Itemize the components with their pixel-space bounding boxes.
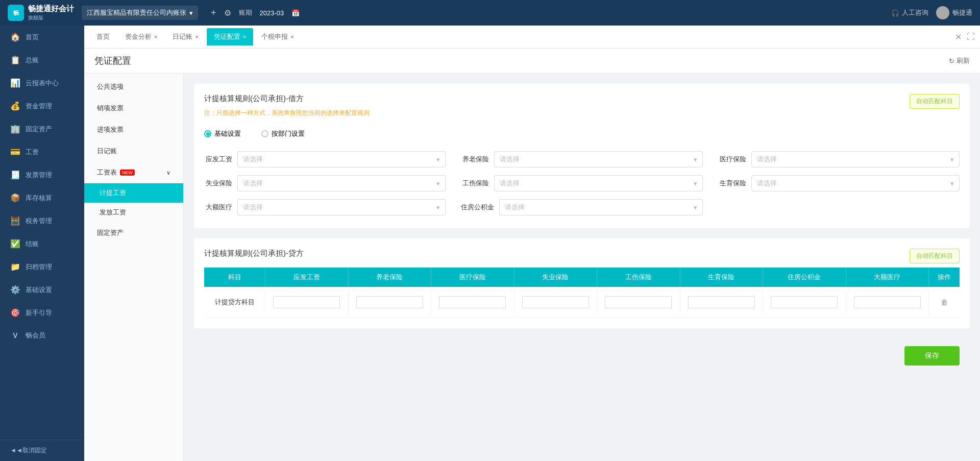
radio-basic-label: 基础设置 — [214, 129, 241, 138]
sidebar-label-assets: 固定资产 — [26, 125, 52, 134]
sidebar-item-finance[interactable]: 💰 资金管理 — [0, 94, 84, 117]
sidebar-item-archive[interactable]: 📁 归档管理 — [0, 255, 84, 278]
sidebar-item-assets[interactable]: 🏢 固定资产 — [0, 117, 84, 140]
cancel-fixed-button[interactable]: ◄◄取消固定 — [0, 440, 84, 461]
credit-table: 科目 应发工资 养老保险 医疗保险 失业保险 工伤保险 生育保险 住房公积金 大… — [204, 268, 960, 318]
sidebar-label-finance: 资金管理 — [26, 102, 52, 111]
service-button[interactable]: 🎧 人工咨询 — [891, 8, 928, 17]
form-row-gongjijin: 住房公积金 请选择 ▾ — [461, 199, 702, 215]
chevron-shengyu-icon: ▾ — [950, 180, 954, 187]
user-name: 畅捷通 — [952, 8, 972, 17]
sidebar-label-vip: 畅会员 — [26, 331, 45, 340]
sidebar-label-tax: 税务管理 — [26, 216, 52, 226]
topbar-middle: + ⚙ 账期 2023-03 📅 — [211, 8, 884, 18]
td-shiye-input — [514, 291, 598, 313]
form-row-daeyiliao: 大额医疗 请选择 ▾ — [204, 199, 446, 215]
sidebar-item-reports[interactable]: 📊 云报表中心 — [0, 71, 84, 94]
close-icon[interactable]: ✕ — [955, 32, 962, 42]
input-yingfa[interactable] — [273, 296, 340, 308]
select-daeyiliao[interactable]: 请选择 ▾ — [237, 199, 446, 215]
debit-section-top: 计提核算规则(公司承担)-借方 注：只能选择一种方式，系统将按照您当前的选择来配… — [204, 94, 960, 125]
input-yanglao[interactable] — [356, 296, 423, 308]
sidebar-item-vip[interactable]: V 畅会员 — [0, 324, 84, 347]
sidebar-item-settings[interactable]: ⚙️ 基础设置 — [0, 278, 84, 301]
input-gongshang[interactable] — [605, 296, 672, 308]
logo: 畅 畅捷通好会计 旗舰版 — [8, 4, 74, 21]
chevron-yingfa-icon: ▾ — [436, 156, 440, 163]
tab-voucher-config[interactable]: 凭证配置 × — [207, 28, 253, 45]
select-gongshang[interactable]: 请选择 ▾ — [494, 175, 702, 191]
save-button[interactable]: 保存 — [904, 346, 960, 366]
label-shengyu: 生育保险 — [718, 179, 746, 188]
user-area[interactable]: 畅捷通 — [936, 6, 972, 19]
left-nav: 公共选项 销项发票 进项发票 日记账 工资表 NEW ∨ 计提工资 发放工资 固… — [84, 74, 184, 461]
sidebar-item-invoice[interactable]: 🧾 发票管理 — [0, 163, 84, 186]
radio-basic-circle — [204, 130, 211, 137]
th-subject: 科目 — [204, 268, 265, 287]
tab-voucher-close[interactable]: × — [243, 34, 246, 40]
radio-basic-dot — [206, 132, 210, 136]
left-nav-fixed-assets[interactable]: 固定资产 — [84, 222, 183, 244]
save-area: 保存 — [194, 338, 970, 373]
sidebar-item-salary[interactable]: 💳 工资 — [0, 140, 84, 163]
select-yanglao[interactable]: 请选择 ▾ — [494, 151, 702, 167]
auto-match-credit-button[interactable]: 自动匹配科目 — [910, 249, 960, 263]
period-label: 账期 — [239, 8, 252, 17]
input-yiliao[interactable] — [439, 296, 506, 308]
sidebar-item-ledger[interactable]: 📋 总账 — [0, 48, 84, 71]
tab-home[interactable]: 首页 — [89, 28, 117, 45]
settings-icon[interactable]: ⚙ — [224, 8, 231, 18]
label-gongjijin: 住房公积金 — [461, 203, 494, 212]
add-button[interactable]: + — [211, 8, 216, 18]
select-shiye[interactable]: 请选择 ▾ — [237, 175, 446, 191]
sidebar-item-inventory[interactable]: 📦 库存核算 — [0, 186, 84, 209]
select-yingfa[interactable]: 请选择 ▾ — [237, 151, 446, 167]
input-daeyiliao[interactable] — [854, 296, 921, 308]
th-daeyiliao: 大额医疗 — [846, 268, 929, 287]
left-nav-journal[interactable]: 日记账 — [84, 140, 183, 162]
form-row-yanglao: 养老保险 请选择 ▾ — [461, 151, 702, 167]
sidebar-item-tax[interactable]: 🧮 税务管理 — [0, 209, 84, 232]
content-area: 首页 资金分析 × 日记账 × 凭证配置 × 个税申报 × — [84, 26, 980, 461]
tab-finance-close[interactable]: × — [154, 34, 157, 40]
refresh-button[interactable]: ↻ 刷新 — [949, 56, 970, 65]
sidebar-item-closing[interactable]: ✅ 结账 — [0, 232, 84, 255]
input-gongjijin[interactable] — [771, 296, 838, 308]
left-nav-sales-invoice[interactable]: 销项发票 — [84, 98, 183, 119]
select-shengyu-placeholder: 请选择 — [757, 179, 777, 188]
ledger-icon: 📋 — [10, 55, 20, 65]
radio-dept[interactable]: 按部门设置 — [261, 129, 305, 138]
auto-match-debit-button[interactable]: 自动匹配科目 — [910, 94, 960, 109]
delete-icon[interactable]: 🗑 — [941, 298, 948, 306]
sidebar-item-guide[interactable]: 🎯 新手引导 — [0, 301, 84, 324]
calendar-icon[interactable]: 📅 — [291, 9, 300, 17]
left-nav-purchase-invoice[interactable]: 进项发票 — [84, 119, 183, 140]
select-yiliao-placeholder: 请选择 — [757, 155, 777, 164]
tab-finance-analysis[interactable]: 资金分析 × — [118, 28, 164, 45]
label-gongshang: 工伤保险 — [461, 179, 489, 188]
label-yingfa: 应发工资 — [204, 155, 232, 164]
tab-tax[interactable]: 个税申报 × — [254, 28, 301, 45]
debit-notice: 注：只能选择一种方式，系统将按照您当前的选择来配置规则 — [204, 109, 370, 117]
left-nav-payroll-accrual[interactable]: 计提工资 — [84, 183, 183, 203]
select-shengyu[interactable]: 请选择 ▾ — [751, 175, 960, 191]
input-shiye[interactable] — [522, 296, 589, 308]
left-nav-public[interactable]: 公共选项 — [84, 76, 183, 98]
credit-title: 计提核算规则(公司承担)-贷方 — [204, 249, 304, 258]
left-nav-payroll[interactable]: 工资表 NEW ∨ — [84, 162, 183, 183]
sidebar-item-home[interactable]: 🏠 首页 — [0, 26, 84, 48]
tab-journal-close[interactable]: × — [195, 34, 198, 40]
select-yiliao[interactable]: 请选择 ▾ — [751, 151, 960, 167]
td-row-label: 计提贷方科目 — [204, 293, 265, 312]
radio-basic[interactable]: 基础设置 — [204, 129, 241, 138]
tab-tax-close[interactable]: × — [290, 34, 293, 40]
tab-journal[interactable]: 日记账 × — [165, 28, 205, 45]
tab-controls: ✕ ⛶ — [955, 32, 975, 42]
company-selector[interactable]: 江西服宝精品有限责任公司内账张 ▾ — [82, 6, 198, 20]
left-nav-payroll-payment[interactable]: 发放工资 — [84, 203, 183, 222]
chevron-icon: ∨ — [166, 169, 170, 176]
chevron-yiliao-icon: ▾ — [950, 156, 954, 163]
select-gongjijin[interactable]: 请选择 ▾ — [499, 199, 702, 215]
input-shengyu[interactable] — [688, 296, 755, 308]
maximize-icon[interactable]: ⛶ — [967, 32, 975, 41]
